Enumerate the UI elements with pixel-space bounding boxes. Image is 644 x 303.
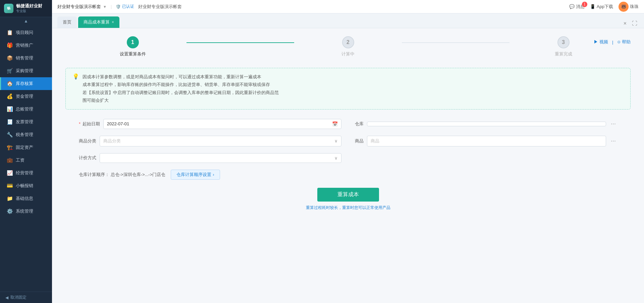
app-download-btn[interactable]: 📱 App下载 (590, 4, 613, 10)
topbar-account-name: 好业财专业版演示帐套 (138, 4, 182, 10)
unpin-label: 取消固定 (10, 295, 26, 300)
recalc-hint: 重算过程耗时较长，重算时您可以正常使用产品 (306, 205, 390, 211)
form-row-1: * 起始日期 2022-07-01 📅 仓库 ··· (79, 119, 617, 129)
goods-more-btn[interactable]: ··· (609, 137, 617, 144)
notice-box: 💡 因成本计算参数调整，或是对商品成本有疑问时，可以通过成本重算功能，重新计算一… (65, 68, 631, 110)
unpin-icon: ◀ (5, 295, 8, 300)
shield-icon: 🛡️ (116, 4, 121, 9)
warehouse-label: 仓库 (355, 121, 364, 127)
step-1-circle: 1 (127, 36, 139, 48)
sidebar-item-expense[interactable]: 💳 小畅报销 (0, 179, 52, 192)
tab-home[interactable]: 首页 (57, 16, 77, 28)
warehouse-more-btn[interactable]: ··· (609, 120, 617, 127)
category-label: 商品分类 (79, 138, 96, 144)
sidebar-item-tax[interactable]: 🔧 税务管理 (0, 128, 52, 141)
warehouse-input[interactable] (367, 122, 606, 126)
verified-text: 已认证 (122, 4, 134, 9)
sidebar-nav: 📋 项目顾问 🎁 营销推广 📦 销售管理 🛒 采购管理 🏠 库存核算 💰 资金管… (0, 25, 52, 292)
message-btn[interactable]: 💬 消息 1 (569, 4, 585, 10)
pricing-select[interactable]: ∨ (100, 153, 341, 163)
sidebar-item-assets[interactable]: 🏗️ 固定资产 (0, 141, 52, 154)
warehouse-order-row: 仓库计算顺序： 总仓->深圳仓库->...->门店仓 仓库计算顺序设置 › (79, 170, 617, 180)
recalc-btn[interactable]: 重算成本 (317, 188, 379, 202)
user-avatar-group[interactable]: 🐻 珠珠 (619, 2, 639, 12)
step-3-circle: 3 (557, 36, 570, 48)
notice-line-1: 因成本计算参数调整，或是对商品成本有疑问时，可以通过成本重算功能，重新计算一遍成… (83, 73, 279, 81)
sidebar-unpin[interactable]: ◀ 取消固定 (0, 292, 52, 303)
category-chevron-icon: ∨ (334, 138, 338, 143)
video-link[interactable]: ▶ 视频 (594, 39, 608, 45)
notice-line-3: 若【系统设置】中启用了自动调整记账日期时，会调整入库单的整单记账日期，因此重新计… (83, 89, 279, 96)
pricing-field: 计价方式 ∨ (79, 153, 341, 163)
warehouse-field: 仓库 ··· (355, 120, 618, 127)
category-select[interactable]: 商品分类 ∨ (100, 136, 341, 146)
sidebar-label-payroll: 工资 (16, 157, 24, 163)
sidebar-icon-basic: 📁 (6, 196, 13, 202)
required-mark: * (79, 121, 80, 126)
start-date-input[interactable]: 2022-07-01 📅 (103, 119, 341, 129)
sidebar-icon-sales: 📦 (6, 55, 13, 61)
sidebar-item-invoice[interactable]: 🧾 发票管理 (0, 116, 52, 128)
sidebar-icon-inventory: 🏠 (6, 81, 13, 87)
sidebar-item-finance[interactable]: 💰 资金管理 (0, 90, 52, 103)
step-2-circle: 2 (342, 36, 354, 48)
step-2: 2 计算中 (294, 36, 402, 57)
warehouse-order-btn[interactable]: 仓库计算顺序设置 › (171, 170, 220, 180)
sidebar-label-basic: 基础信息 (16, 196, 33, 202)
recalc-section: 重算成本 重算过程耗时较长，重算时您可以正常使用产品 (79, 188, 617, 211)
goods-label: 商品 (355, 138, 364, 144)
start-date-value: 2022-07-01 (107, 121, 129, 126)
phone-icon: 📱 (590, 4, 595, 9)
tab-close-icon[interactable]: × (112, 20, 114, 25)
sidebar: 畅 畅捷通好业财 专业版 ▲ 📋 项目顾问 🎁 营销推广 📦 销售管理 🛒 采购… (0, 0, 52, 303)
sidebar-icon-purchase: 🛒 (6, 68, 13, 74)
account-selector-text: 好业财专业版演示帐套 (57, 4, 101, 10)
message-badge: 1 (582, 2, 587, 7)
sidebar-icon-finance: 💰 (6, 93, 13, 99)
sidebar-item-purchase[interactable]: 🛒 采购管理 (0, 64, 52, 77)
sidebar-label-sales: 销售管理 (16, 55, 33, 61)
window-close-btn[interactable]: × (622, 19, 628, 28)
sidebar-icon-assets: 🏗️ (6, 144, 13, 150)
goods-input[interactable]: 商品 (367, 136, 606, 146)
sidebar-label-project: 项目顾问 (16, 30, 33, 36)
sidebar-item-sales[interactable]: 📦 销售管理 (0, 52, 52, 64)
tabbar: 首页 商品成本重算 × × ⛶ (52, 13, 644, 28)
calendar-icon: 📅 (332, 121, 338, 127)
sidebar-item-inventory[interactable]: 🏠 库存核算 (0, 77, 52, 90)
form-container: * 起始日期 2022-07-01 📅 仓库 ··· (65, 119, 631, 211)
sidebar-label-system: 系统管理 (16, 208, 33, 214)
step-3-label: 重算完成 (555, 51, 572, 57)
sidebar-icon-accounting: 📊 (6, 106, 13, 112)
sidebar-icon-expense: 💳 (6, 183, 13, 189)
pricing-label: 计价方式 (79, 155, 96, 161)
sidebar-scroll-up[interactable]: ▲ (0, 17, 52, 25)
sidebar-item-accounting[interactable]: 📊 总账管理 (0, 103, 52, 116)
form-row-3: 计价方式 ∨ (79, 153, 617, 163)
tab-cost-recalc[interactable]: 商品成本重算 × (78, 16, 119, 28)
notice-icon: 💡 (72, 73, 79, 104)
step-2-label: 计算中 (341, 51, 355, 57)
step-line-1 (186, 42, 294, 43)
window-expand-btn[interactable]: ⛶ (631, 19, 639, 28)
step-1: 1 设置重算条件 (79, 36, 186, 57)
app-download-label: App下载 (597, 4, 613, 10)
account-selector-group[interactable]: 好业财专业版演示帐套 ▼ (57, 4, 107, 10)
sidebar-item-marketing[interactable]: 🎁 营销推广 (0, 39, 52, 52)
sidebar-item-project[interactable]: 📋 项目顾问 (0, 26, 52, 39)
help-links: ▶ 视频 | ⊙ 帮助 (594, 39, 631, 45)
form-row-2: 商品分类 商品分类 ∨ 商品 商品 ··· (79, 136, 617, 146)
help-link[interactable]: ⊙ 帮助 (617, 39, 631, 45)
sidebar-label-tax: 税务管理 (16, 132, 33, 138)
goods-placeholder: 商品 (371, 138, 379, 144)
topbar-right: 💬 消息 1 📱 App下载 🐻 珠珠 (569, 2, 639, 12)
sidebar-item-payroll[interactable]: 💼 工资 (0, 154, 52, 167)
sidebar-label-finance: 资金管理 (16, 93, 33, 99)
sidebar-item-basic[interactable]: 📁 基础信息 (0, 192, 52, 205)
sidebar-item-operations[interactable]: 📈 经营管理 (0, 167, 52, 179)
sidebar-item-system[interactable]: ⚙️ 系统管理 (0, 205, 52, 218)
start-date-field: * 起始日期 2022-07-01 📅 (79, 119, 341, 129)
help-divider: | (612, 40, 613, 45)
sidebar-label-invoice: 发票管理 (16, 119, 33, 125)
sidebar-label-operations: 经营管理 (16, 170, 33, 176)
